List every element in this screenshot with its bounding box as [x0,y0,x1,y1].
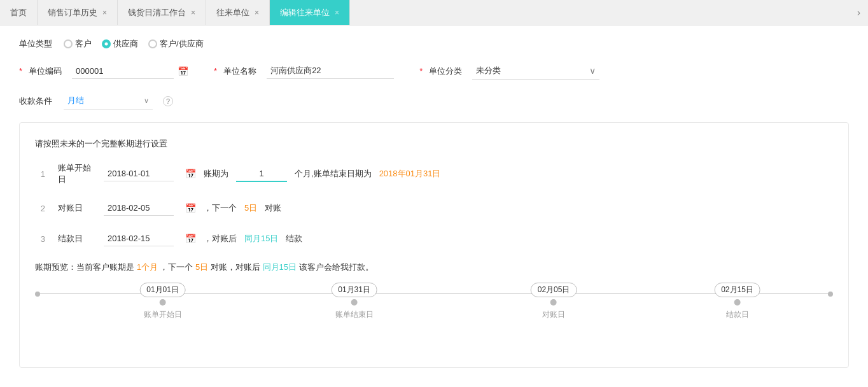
unit-code-input[interactable] [72,64,174,79]
required-star3: * [419,66,423,76]
radio-circle-both [148,39,157,48]
unit-name-group: * 单位名称 [214,64,394,79]
setting-row-2: 2 对账日 📅 ，下一个 5日 对账 [35,201,833,216]
payment-desc-prefix: ，对账后 [204,233,237,244]
payment-condition-label: 收款条件 [19,95,52,107]
timeline-track: 01月01日 账单开始日 01月31日 账单结束日 02月05日 对账日 [35,288,833,320]
tab-cash-ledger[interactable]: 钱货日清工作台 × [118,0,206,25]
end-date-highlight: 2018年01月31日 [379,168,441,179]
settings-title: 请按照未来的一个完整帐期进行设置 [35,138,833,150]
calendar-icon-3[interactable]: 📅 [185,234,196,244]
unit-type-row: 单位类型 客户 供应商 客户/供应商 [19,38,849,50]
unit-name-input-wrapper [267,64,394,79]
period-input[interactable] [236,166,287,182]
timeline-dot-2 [351,299,358,306]
unit-category-select[interactable]: 未分类 ∨ [472,62,599,80]
required-star2: * [214,66,217,76]
payment-condition-select[interactable]: 月结 ∨ [64,92,153,109]
row-num-1: 1 [35,169,45,179]
preview-text: 账期预览：当前客户账期是 1个月 ，下一个 5日 对账，对账后 同月15日 该客… [35,262,833,273]
reconcile-highlight1: 5日 [244,202,257,214]
row-type-label-1: 账单开始日 [58,162,96,185]
close-icon[interactable]: × [191,8,195,17]
close-icon[interactable]: × [255,8,259,17]
chevron-down-icon2: ∨ [144,97,149,105]
setting-row-3: 3 结款日 📅 ，对账后 同月15日 结款 [35,231,833,246]
tab-more-button[interactable]: › [850,7,868,18]
timeline-badge-1: 01月01日 [139,283,186,297]
timeline-sublabel-1: 账单开始日 [144,309,182,320]
unit-category-label: 单位分类 [429,66,462,77]
payment-highlight2: 同月15日 [244,233,278,244]
timeline-dot-4 [734,299,741,306]
reconcile-desc-suffix: 对账 [265,202,281,214]
main-content: 单位类型 客户 供应商 客户/供应商 * 单位编码 📅 [0,25,868,387]
timeline: 01月01日 账单开始日 01月31日 账单结束日 02月05日 对账日 [35,288,833,352]
radio-group-unit-type: 客户 供应商 客户/供应商 [64,38,204,50]
settings-box: 请按照未来的一个完整帐期进行设置 1 账单开始日 📅 账期为 个月,账单结束日期… [19,122,849,368]
timeline-sublabel-2: 账单结束日 [335,309,374,320]
unit-category-group: * 单位分类 未分类 ∨ [419,62,599,80]
radio-circle-customer [64,39,73,48]
timeline-dot-1 [160,299,166,306]
setting-row-1: 1 账单开始日 📅 账期为 个月,账单结束日期为 2018年01月31日 [35,162,833,185]
timeline-node-2: 01月31日 账单结束日 [331,288,377,320]
preview-highlight3: 同月15日 [263,262,297,272]
calendar-icon-2[interactable]: 📅 [185,203,196,213]
unit-name-label: 单位名称 [223,66,256,77]
payment-condition-value: 月结 [67,95,139,106]
preview-highlight2: 5日 [195,262,208,272]
radio-both[interactable]: 客户/供应商 [148,38,204,50]
unit-code-group: * 单位编码 📅 [19,64,188,79]
timeline-sublabel-3: 对账日 [542,309,565,320]
timeline-node-4: 02月15日 结款日 [714,288,760,320]
timeline-badge-3: 02月05日 [531,283,577,297]
tab-sales-order-history[interactable]: 销售订单历史 × [38,0,118,25]
radio-customer[interactable]: 客户 [64,38,92,50]
timeline-end-dot [828,292,833,297]
chevron-down-icon: ∨ [589,66,596,76]
help-icon[interactable]: ? [163,96,173,106]
row-num-2: 2 [35,204,45,213]
lookup-icon[interactable]: 📅 [178,66,188,76]
tab-home[interactable]: 首页 [0,0,38,25]
payment-date-input[interactable] [104,231,174,246]
row-type-label-2: 对账日 [58,202,96,214]
payment-condition-row: 收款条件 月结 ∨ ? [19,92,849,109]
tab-edit-partner-unit[interactable]: 编辑往来单位 × [270,0,350,25]
preview-highlight1: 1个月 [137,262,158,272]
period-prefix: 账期为 [204,168,228,179]
timeline-sublabel-4: 结款日 [726,309,749,320]
timeline-dot-3 [550,299,557,306]
unit-code-label: 单位编码 [29,66,62,77]
calendar-icon-1[interactable]: 📅 [185,169,196,179]
close-icon[interactable]: × [335,8,339,17]
required-star: * [19,66,22,76]
row-type-label-3: 结款日 [58,233,96,244]
radio-circle-supplier [102,39,111,48]
unit-code-input-wrapper: 📅 [72,64,188,79]
period-suffix: 个月,账单结束日期为 [295,168,372,179]
row-num-3: 3 [35,234,45,244]
unit-name-input[interactable] [267,64,394,79]
close-icon[interactable]: × [102,8,107,17]
timeline-start-dot [35,292,40,297]
tab-bar: 首页 销售订单历史 × 钱货日清工作台 × 往来单位 × 编辑往来单位 × › [0,0,868,25]
timeline-badge-4: 02月15日 [714,283,760,297]
radio-supplier[interactable]: 供应商 [102,38,138,50]
unit-category-value: 未分类 [476,65,584,76]
unit-info-row: * 单位编码 📅 * 单位名称 * 单位分类 未分类 ∨ [19,62,849,80]
timeline-node-3: 02月05日 对账日 [531,288,577,320]
timeline-node-1: 01月01日 账单开始日 [139,288,186,320]
reconcile-desc-prefix: ，下一个 [204,202,237,214]
reconcile-date-input[interactable] [104,201,174,216]
tab-partner-unit[interactable]: 往来单位 × [206,0,270,25]
start-date-input[interactable] [104,166,174,181]
timeline-badge-2: 01月31日 [331,283,377,297]
payment-desc-suffix: 结款 [286,233,302,244]
unit-type-label: 单位类型 [19,38,52,50]
